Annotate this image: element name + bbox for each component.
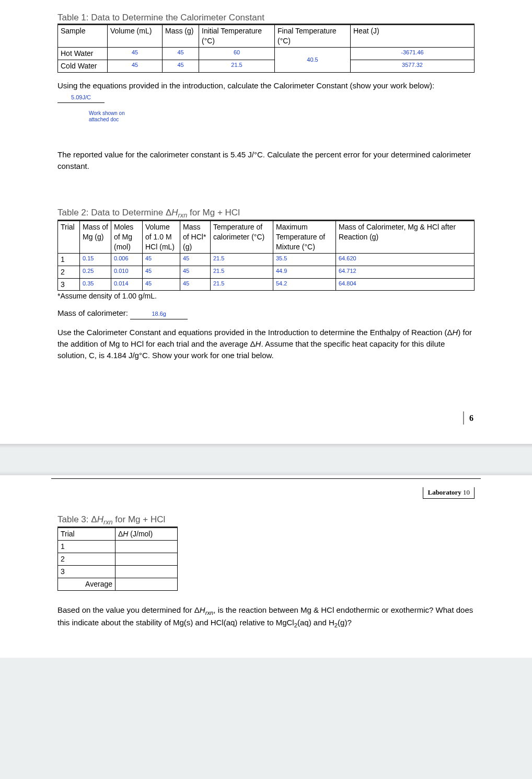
- mass-cal-value: 18.6g: [130, 310, 188, 319]
- t2-r0-tCal: 21.5: [211, 253, 273, 266]
- table3-caption: Table 3: ΔHrxn for Mg + HCl: [57, 514, 178, 528]
- t2-h-tMax: Maximum Temperature of Mixture (°C): [273, 221, 336, 254]
- table3-row-3: 3: [58, 565, 178, 578]
- t2-r2-trial: 3: [58, 278, 80, 291]
- table2-caption: Table 2: Data to Determine ΔHrxn for Mg …: [57, 208, 475, 221]
- t1-r1-mass: 45: [163, 60, 199, 72]
- table3: Trial ΔH (J/mol) 1 2 3 Average: [57, 528, 178, 590]
- t1-r0-vol: 45: [108, 47, 163, 60]
- t2-h-massMg: Mass of Mg (g): [80, 221, 111, 254]
- t1-h-heat: Heat (J): [351, 25, 475, 48]
- table1-row-cold: Cold Water 45 45 21.5 3577.32: [58, 60, 475, 72]
- t1-r0-ti: 60: [199, 47, 275, 60]
- table2-footnote: *Assume density of 1.00 g/mL.: [57, 292, 475, 300]
- table3-header-row: Trial ΔH (J/mol): [58, 528, 178, 541]
- t1-r0-sample: Hot Water: [58, 47, 108, 60]
- table2-row-1: 1 0.15 0.006 45 45 21.5 35.5 64.620: [58, 253, 475, 266]
- t2-r0-trial: 1: [58, 253, 80, 266]
- t3-h-trial: Trial: [58, 528, 115, 541]
- t1-h-vol: Volume (mL): [108, 25, 163, 48]
- t2-r1-volHCl: 45: [143, 266, 180, 278]
- t1-h-ti: Initial Temperature (°C): [199, 25, 275, 48]
- t3-r2-trial: 3: [58, 565, 115, 578]
- t2-r2-massAfter: 64.804: [336, 278, 475, 291]
- t2-r1-massAfter: 64.712: [336, 266, 475, 278]
- page-gap: [0, 444, 532, 475]
- t3-r0-trial: 1: [58, 540, 115, 553]
- t1-r0-mass: 45: [163, 47, 199, 60]
- mass-cal: Mass of calorimeter: 18.6g: [57, 307, 475, 319]
- q1-answer: 5.09J/C: [57, 94, 105, 103]
- t2-h-massHCl: Mass of HCl* (g): [180, 221, 211, 254]
- t2-r1-massMg: 0.25: [80, 266, 111, 278]
- table1-caption: Table 1: Data to Determine the Calorimet…: [57, 13, 475, 25]
- page-number: 6: [57, 414, 475, 423]
- t2-r0-massAfter: 64.620: [336, 253, 475, 266]
- t2-r0-molMg: 0.006: [111, 253, 143, 266]
- q4-prompt: Based on the value you determined for ΔH…: [57, 604, 475, 630]
- t3-avg-val: [115, 578, 178, 590]
- lab-header-num: 10: [463, 488, 470, 496]
- q1-note: Work shown on attached doc: [89, 110, 136, 123]
- t2-r2-molMg: 0.014: [111, 278, 143, 291]
- table1-row-hot: Hot Water 45 45 60 40.5 -3671.46: [58, 47, 475, 60]
- t1-r0-heat: -3671.46: [351, 47, 475, 60]
- t1-r1-ti: 21.5: [199, 60, 275, 72]
- t2-r2-volHCl: 45: [143, 278, 180, 291]
- t3-r0-dh: [115, 540, 178, 553]
- mass-cal-label: Mass of calorimeter:: [57, 308, 130, 317]
- t3-r1-trial: 2: [58, 553, 115, 565]
- table3-row-avg: Average: [58, 578, 178, 590]
- t2-h-volHCl: Volume of 1.0 M HCl (mL): [143, 221, 180, 254]
- t2-r1-tMax: 44.9: [273, 266, 336, 278]
- t2-r2-tCal: 21.5: [211, 278, 273, 291]
- table2: Trial Mass of Mg (g) Moles of Mg (mol) V…: [57, 221, 475, 291]
- t3-avg-label: Average: [58, 578, 115, 590]
- t2-r1-massHCl: 45: [180, 266, 211, 278]
- t2-h-trial: Trial: [58, 221, 80, 254]
- table1-header-row: Sample Volume (mL) Mass (g) Initial Temp…: [58, 25, 475, 48]
- t1-r1-heat: 3577.32: [351, 60, 475, 72]
- t2-r1-trial: 2: [58, 266, 80, 278]
- t2-r2-massMg: 0.35: [80, 278, 111, 291]
- t2-r2-massHCl: 45: [180, 278, 211, 291]
- table2-row-2: 2 0.25 0.010 45 45 21.5 44.9 64.712: [58, 266, 475, 278]
- t2-r2-tMax: 54.2: [273, 278, 336, 291]
- t1-tf-merged: 40.5: [275, 47, 351, 72]
- table3-row-2: 2: [58, 553, 178, 565]
- page-number-value: 6: [463, 411, 475, 425]
- page-1: Table 1: Data to Determine the Calorimet…: [0, 0, 532, 444]
- table2-row-3: 3 0.35 0.014 45 45 21.5 54.2 64.804: [58, 278, 475, 291]
- t2-r1-tCal: 21.5: [211, 266, 273, 278]
- table3-row-1: 1: [58, 540, 178, 553]
- t2-r0-massHCl: 45: [180, 253, 211, 266]
- t1-h-sample: Sample: [58, 25, 108, 48]
- t3-r1-dh: [115, 553, 178, 565]
- t1-h-mass: Mass (g): [163, 25, 199, 48]
- q1-prompt-text: Using the equations provided in the intr…: [57, 81, 434, 90]
- lab-header-bold: Laboratory: [427, 488, 461, 496]
- t2-r1-molMg: 0.010: [111, 266, 143, 278]
- t1-h-tf: Final Temperature (°C): [275, 25, 351, 48]
- q2-prompt: The reported value for the calorimeter c…: [57, 149, 475, 172]
- table2-header-row: Trial Mass of Mg (g) Moles of Mg (mol) V…: [58, 221, 475, 254]
- lab-header: Laboratory 10: [57, 486, 475, 499]
- t2-r0-volHCl: 45: [143, 253, 180, 266]
- q1-prompt: Using the equations provided in the intr…: [57, 80, 475, 104]
- t2-r0-massMg: 0.15: [80, 253, 111, 266]
- q3-prompt: Use the Calorimeter Constant and equatio…: [57, 327, 475, 361]
- t3-h-dh: ΔH (J/mol): [115, 528, 178, 541]
- t2-r0-tMax: 35.5: [273, 253, 336, 266]
- t2-h-massAfter: Mass of Calorimeter, Mg & HCl after Reac…: [336, 221, 475, 254]
- t1-r1-sample: Cold Water: [58, 60, 108, 72]
- table1: Sample Volume (mL) Mass (g) Initial Temp…: [57, 25, 475, 73]
- page-2: Laboratory 10 Table 3: ΔHrxn for Mg + HC…: [0, 475, 532, 658]
- t2-h-tCal: Temperature of calorimeter (°C): [211, 221, 273, 254]
- t3-r2-dh: [115, 565, 178, 578]
- t1-r1-vol: 45: [108, 60, 163, 72]
- t2-h-molMg: Moles of Mg (mol): [111, 221, 143, 254]
